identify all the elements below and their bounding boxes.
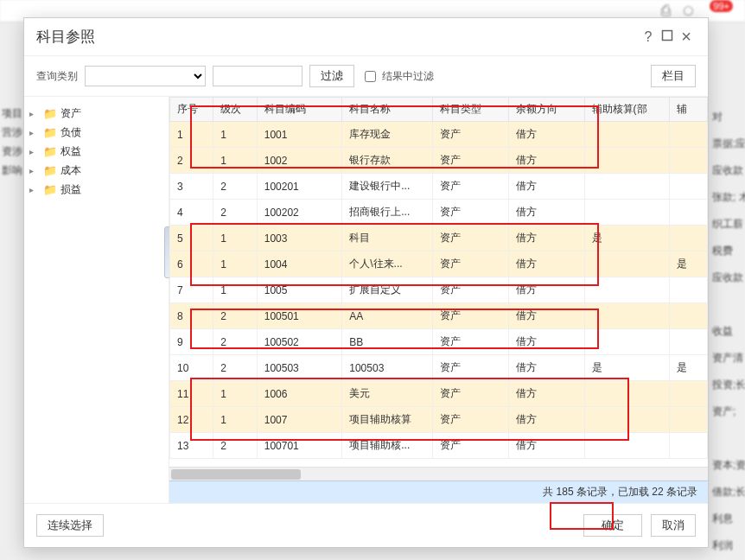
table-row[interactable]: 42100202招商银行上...资产借方: [170, 200, 708, 226]
column-header[interactable]: 序号: [170, 98, 213, 122]
close-icon[interactable]: ×: [677, 27, 696, 47]
table-row[interactable]: 611004个人\往来...资产借方是: [170, 251, 708, 277]
chevron-right-icon: ▸: [29, 166, 40, 175]
table-cell: [670, 303, 708, 329]
table-cell: 个人\往来...: [342, 251, 433, 277]
result-filter-checkbox-wrap[interactable]: 结果中过滤: [361, 68, 434, 85]
table-row[interactable]: 102100503100503资产借方是是: [170, 355, 708, 381]
table-cell: 100701: [257, 433, 342, 459]
bg-right-labels: 对票据;应应收款张款; 木织工薪税费应收款收益资产清投资;长资产; 资本;资借款…: [710, 104, 745, 560]
tree-node[interactable]: ▸📁权益: [29, 142, 163, 161]
folder-icon: 📁: [43, 126, 57, 139]
table-row[interactable]: 92100502BB资产借方: [170, 329, 708, 355]
svg-rect-0: [663, 30, 672, 40]
table-cell: 科目: [342, 226, 433, 251]
table-cell: 1: [170, 122, 213, 148]
notification-badge: 99+: [710, 0, 733, 12]
table-cell: 借方: [508, 381, 584, 407]
table-cell: 100502: [257, 329, 342, 355]
table-cell: 1006: [257, 381, 342, 407]
column-header[interactable]: 余额方向: [508, 98, 584, 122]
table-cell: [670, 381, 708, 407]
table-cell: [584, 381, 670, 407]
result-filter-checkbox[interactable]: [365, 71, 376, 82]
table-cell: 1: [213, 407, 257, 433]
table-cell: [584, 148, 670, 174]
table-cell: 借方: [508, 174, 584, 200]
table-cell: [584, 251, 670, 277]
table-cell: 借方: [508, 433, 584, 459]
table-row[interactable]: 711005扩展自定义资产借方: [170, 277, 708, 303]
scrollbar-thumb[interactable]: [171, 469, 301, 480]
table-row[interactable]: 132100701项目辅助核...资产借方: [170, 433, 708, 459]
table-cell: 借方: [508, 148, 584, 174]
table-cell: 借方: [508, 407, 584, 433]
continuous-select-button[interactable]: 连续选择: [36, 514, 104, 537]
cancel-button[interactable]: 取消: [651, 514, 696, 537]
table-cell: 9: [170, 329, 213, 355]
horizontal-scrollbar[interactable]: [169, 467, 708, 480]
column-header[interactable]: 辅: [670, 98, 708, 122]
table-cell: 1: [213, 251, 257, 277]
table-cell: 1004: [257, 251, 342, 277]
help-icon[interactable]: ?: [639, 29, 658, 45]
tree-node[interactable]: ▸📁负债: [29, 123, 163, 142]
table-cell: 2: [213, 355, 257, 381]
ok-button[interactable]: 确定: [583, 514, 642, 537]
modal-footer: 连续选择 确定 取消: [24, 503, 708, 547]
table-cell: 借方: [508, 251, 584, 277]
column-header[interactable]: 辅助核算(部: [584, 98, 670, 122]
table-cell: 12: [170, 407, 213, 433]
filter-button[interactable]: 过滤: [309, 65, 354, 87]
column-header[interactable]: 科目类型: [433, 98, 509, 122]
subject-table: 序号级次科目编码科目名称科目类型余额方向辅助核算(部辅 111001库存现金资产…: [169, 97, 708, 459]
toolbar: 查询类别 过滤 结果中过滤 栏目: [24, 56, 708, 97]
table-cell: 10: [170, 355, 213, 381]
table-cell: 1007: [257, 407, 342, 433]
record-status: 共 185 条记录，已加载 22 条记录: [169, 480, 708, 503]
table-cell: 是: [670, 355, 708, 381]
table-row[interactable]: 1111006美元资产借方: [170, 381, 708, 407]
column-header[interactable]: 科目编码: [257, 98, 342, 122]
table-cell: 2: [213, 303, 257, 329]
table-cell: [584, 174, 670, 200]
table-cell: 1: [213, 381, 257, 407]
table-row[interactable]: 111001库存现金资产借方: [170, 122, 708, 148]
grid-scroll[interactable]: 序号级次科目编码科目名称科目类型余额方向辅助核算(部辅 111001库存现金资产…: [169, 97, 708, 467]
column-button[interactable]: 栏目: [651, 65, 696, 87]
maximize-icon[interactable]: [658, 29, 677, 45]
table-row[interactable]: 32100201建设银行中...资产借方: [170, 174, 708, 200]
query-type-label: 查询类别: [36, 69, 78, 84]
table-cell: 借方: [508, 122, 584, 148]
table-cell: 1005: [257, 277, 342, 303]
table-cell: 1001: [257, 122, 342, 148]
column-header[interactable]: 科目名称: [342, 98, 433, 122]
table-cell: 资产: [433, 148, 509, 174]
tree-node-label: 成本: [60, 163, 81, 178]
query-text-input[interactable]: [213, 66, 302, 86]
table-cell: 资产: [433, 329, 509, 355]
folder-icon: 📁: [43, 107, 57, 120]
chevron-right-icon: ▸: [29, 147, 40, 156]
table-cell: 建设银行中...: [342, 174, 433, 200]
table-row[interactable]: 511003科目资产借方是: [170, 226, 708, 251]
table-cell: [670, 122, 708, 148]
table-cell: 借方: [508, 200, 584, 226]
table-cell: 2: [213, 329, 257, 355]
table-row[interactable]: 211002银行存款资产借方: [170, 148, 708, 174]
table-cell: 借方: [508, 303, 584, 329]
column-header[interactable]: 级次: [213, 98, 257, 122]
table-cell: BB: [342, 329, 433, 355]
table-row[interactable]: 1211007项目辅助核算资产借方: [170, 407, 708, 433]
query-type-select[interactable]: [85, 66, 206, 86]
table-cell: [670, 329, 708, 355]
tree-node[interactable]: ▸📁损益: [29, 180, 163, 199]
modal-titlebar: 科目参照 ? ×: [24, 18, 708, 56]
tree-node[interactable]: ▸📁资产: [29, 104, 163, 123]
tree-node[interactable]: ▸📁成本: [29, 161, 163, 180]
table-row[interactable]: 82100501AA资产借方: [170, 303, 708, 329]
table-cell: 是: [584, 355, 670, 381]
chevron-right-icon: ▸: [29, 109, 40, 118]
bg-left-labels: 项目营涉资涉影响: [0, 104, 22, 560]
table-cell: 8: [170, 303, 213, 329]
